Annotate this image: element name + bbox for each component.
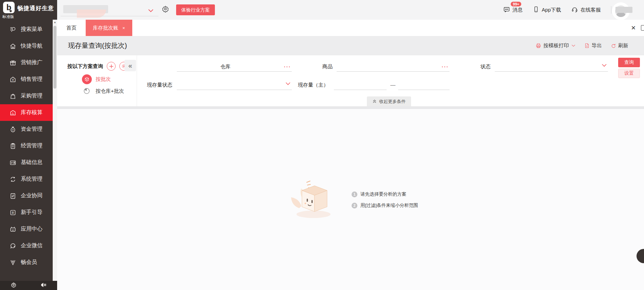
expand-icon[interactable] [641, 25, 644, 31]
sidebar-item-inventory[interactable]: 库存核算 [0, 104, 57, 121]
chevron-down-icon[interactable] [148, 7, 153, 14]
tab-label: 库存批次账 [93, 25, 118, 31]
double-chevron-up-icon [372, 99, 377, 104]
search-icon [10, 26, 16, 33]
trial-industry-button[interactable]: 体验行业方案 [176, 4, 215, 15]
sidebar-item-vip[interactable]: 畅会员 [0, 254, 57, 271]
tab-close-icon[interactable]: × [122, 25, 125, 31]
username-redacted [615, 7, 632, 13]
sidebar-item-label: 库存核算 [21, 109, 43, 116]
status-select[interactable] [495, 60, 608, 72]
qty-min-input[interactable] [334, 78, 387, 90]
product-input[interactable]: ··· [337, 60, 450, 72]
close-all-tabs-icon[interactable]: ✕ [631, 24, 636, 32]
refresh-label: 刷新 [618, 42, 628, 49]
chevron-down-icon [572, 44, 575, 47]
new-badge-icon: 新 [10, 209, 16, 216]
refresh-button[interactable]: 刷新 [611, 42, 628, 49]
qty-max-input[interactable] [398, 78, 450, 90]
sidebar-item-search-menu[interactable]: 搜索菜单 [0, 21, 57, 38]
collapse-more-label: 收起更多条件 [379, 98, 406, 105]
cube-icon [82, 74, 92, 84]
sidebar-item-quick-nav[interactable]: 快捷导航 [0, 38, 57, 54]
home-icon [10, 43, 16, 50]
collaboration-icon [10, 193, 16, 199]
step-text: 请先选择要分析的方案 [360, 191, 406, 197]
scheme-item-label: 按仓库+批次 [96, 88, 124, 94]
brand-name: 畅捷通好生意 [17, 4, 54, 12]
sidebar-item-label: 搜索菜单 [21, 26, 43, 33]
step-item: 2 用[过滤]条件来缩小分析范围 [352, 202, 418, 209]
add-scheme-button[interactable] [107, 62, 116, 71]
export-button[interactable]: 导出 [584, 42, 602, 49]
sidebar-item-sales[interactable]: ¥ 销售管理 [0, 71, 57, 88]
online-support-label: 在线客服 [580, 7, 601, 13]
warehouse-input[interactable]: ··· [177, 60, 292, 72]
voice-broadcast-icon[interactable] [40, 282, 46, 289]
print-by-template-button[interactable]: 按模板打印 [536, 42, 575, 49]
app-download-button[interactable]: App下载 [533, 6, 561, 14]
scheme-item-by-warehouse-batch[interactable]: 按仓库+批次 [82, 86, 124, 96]
sidebar-item-system[interactable]: 系统管理 [0, 171, 57, 187]
tab-inventory-batch[interactable]: 库存批次账 × [86, 20, 132, 36]
header-divider [611, 6, 611, 14]
chevron-down-icon[interactable] [602, 62, 607, 68]
step-item: 1 请先选择要分析的方案 [352, 191, 418, 197]
scrollbar-thumb[interactable] [53, 26, 56, 89]
refresh-icon [611, 43, 616, 49]
filter-card: 按以下方案查询 « 按批次 按仓库+批次 [57, 55, 644, 106]
gift-icon [10, 59, 16, 66]
sidebar-item-label: 销售管理 [21, 76, 43, 83]
sidebar-item-funds[interactable]: ¥ 资金管理 [0, 121, 57, 138]
step-number: 2 [352, 203, 357, 209]
step-number: 1 [352, 192, 357, 197]
message-bubble-icon [503, 6, 510, 14]
vip-v-icon [10, 259, 16, 266]
page-title-bar: 现存量查询(按批次) 按模板打印 导出 刷新 [57, 36, 644, 55]
sidebar-scrollbar: ▲ [53, 20, 57, 281]
sidebar-nav: 搜索菜单 快捷导航 营销推广 ¥ 销售管理 采购管理 库存核算 [0, 20, 57, 290]
stock-status-select[interactable] [177, 78, 292, 90]
scheme-item-by-batch[interactable]: 按批次 [82, 74, 111, 84]
chevron-down-icon[interactable] [286, 80, 290, 87]
section-divider [57, 106, 644, 109]
sidebar-item-label: 经营管理 [21, 142, 43, 149]
online-support-button[interactable]: 在线客服 [571, 6, 601, 14]
svg-text:新: 新 [12, 211, 14, 214]
svg-text:¥: ¥ [12, 128, 14, 131]
sidebar-item-operations[interactable]: 经营管理 [0, 138, 57, 154]
step-text: 用[过滤]条件来缩小分析范围 [360, 202, 418, 209]
stock-status-label: 现存量状态 [121, 82, 172, 88]
settings-button[interactable]: 设置 [618, 69, 640, 78]
floating-helper-button[interactable] [637, 249, 644, 263]
messages-button[interactable]: 消息 99+ [503, 6, 523, 14]
range-separator: — [390, 82, 395, 88]
tab-home[interactable]: 首页 [57, 20, 86, 36]
results-area: 1 请先选择要分析的方案 2 用[过滤]条件来缩小分析范围 [57, 109, 644, 290]
sidebar-item-purchasing[interactable]: 采购管理 [0, 88, 57, 104]
product-label: 商品 [288, 64, 333, 70]
settings-gear-icon[interactable] [11, 282, 16, 289]
sidebar-item-collaboration[interactable]: 企业协同 [0, 187, 57, 204]
sidebar-item-base-info[interactable]: 基础信息 [0, 154, 57, 171]
sidebar-item-label: 畅会员 [21, 259, 37, 266]
gear-icon[interactable] [162, 5, 169, 14]
query-button[interactable]: 查询 [618, 58, 640, 67]
sidebar-item-label: 企业微信 [21, 242, 43, 249]
sidebar-item-label: 企业协同 [21, 192, 43, 199]
svg-text:¥: ¥ [12, 78, 14, 81]
qty-label: 现存量（主） [295, 82, 328, 88]
money-pouch-icon: ¥ [10, 126, 16, 133]
sidebar-item-app-center[interactable]: 应用中心 [0, 221, 57, 237]
print-label: 按模板打印 [543, 42, 569, 49]
sidebar-item-label: 快捷导航 [21, 42, 43, 50]
collapse-more-filters-button[interactable]: 收起更多条件 [367, 96, 411, 106]
scrollbar-up-arrow[interactable]: ▲ [53, 20, 57, 25]
sidebar-item-label: 基础信息 [21, 159, 43, 166]
sidebar-item-newbie-guide[interactable]: 新 新手引导 [0, 204, 57, 221]
status-label: 状态 [446, 64, 491, 70]
sidebar-item-marketing[interactable]: 营销推广 [0, 54, 57, 71]
collapse-panel-button[interactable]: « [124, 60, 136, 71]
sidebar-item-wechat[interactable]: 企业微信 [0, 237, 57, 254]
decorative-shape [77, 10, 106, 18]
